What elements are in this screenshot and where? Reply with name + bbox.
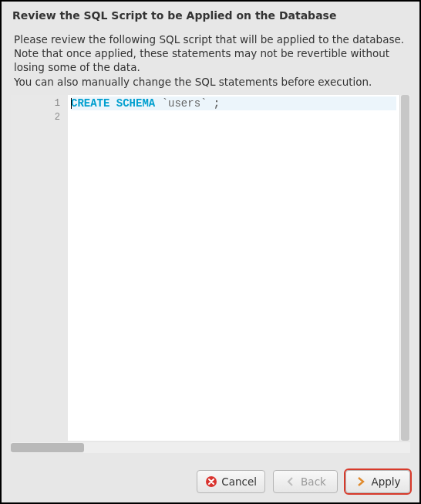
button-label: Cancel [221,475,257,488]
sql-text [207,97,213,110]
sql-text [155,97,161,110]
code-line[interactable]: CREATE SCHEMA `users` ; [71,96,396,110]
sql-apply-dialog: Review the SQL Script to be Applied on t… [2,2,419,502]
description-line: Note that once applied, these statements… [14,46,407,74]
line-number: 2 [11,110,60,124]
line-number: 1 [11,96,60,110]
scrollbar-thumb[interactable] [401,95,409,441]
description-line: You can also manually change the SQL sta… [14,75,407,89]
code-line[interactable] [71,110,396,124]
apply-button[interactable]: Apply [345,470,410,493]
back-button[interactable]: Back [273,470,338,493]
button-label: Apply [371,475,400,488]
text-caret [71,98,72,109]
cancel-button[interactable]: Cancel [197,470,265,493]
line-number-gutter: 12 [11,95,68,441]
dialog-footer: Cancel Back Apply [11,453,410,493]
description: Please review the following SQL script t… [11,32,410,95]
chevron-right-icon [355,475,367,488]
scrollbar-thumb[interactable] [11,443,84,452]
description-line: Please review the following SQL script t… [14,32,407,46]
chevron-left-icon [285,475,297,488]
cancel-icon [205,475,217,488]
sql-identifier: `users` [162,97,207,110]
button-label: Back [301,475,326,488]
sql-keyword: CREATE SCHEMA [71,97,155,110]
code-area[interactable]: CREATE SCHEMA `users` ; [68,95,399,441]
sql-editor[interactable]: 12 CREATE SCHEMA `users` ; [11,95,410,453]
vertical-scrollbar[interactable] [399,95,410,441]
sql-punct: ; [214,97,220,110]
horizontal-scrollbar[interactable] [11,442,410,453]
page-title: Review the SQL Script to be Applied on t… [11,8,410,32]
